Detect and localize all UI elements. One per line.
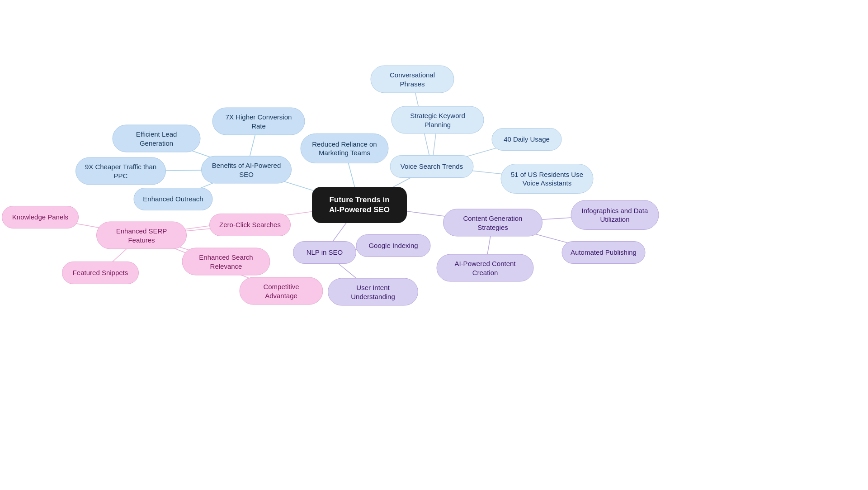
node-strategic: Strategic Keyword Planning <box>392 106 484 134</box>
node-reduced: Reduced Reliance on Marketing Teams <box>301 133 389 163</box>
node-voice: Voice Search Trends <box>390 155 474 178</box>
node-center: Future Trends in AI-Powered SEO <box>312 187 407 223</box>
node-residents: 51 of US Residents Use Voice Assistants <box>501 164 594 194</box>
node-auto_pub: Automated Publishing <box>562 241 646 264</box>
node-google: Google Indexing <box>356 234 431 257</box>
node-competitive: Competitive Advantage <box>240 277 323 305</box>
node-featured: Featured Snippets <box>62 262 139 284</box>
node-conversion: 7X Higher Conversion Rate <box>212 108 305 135</box>
node-outreach: Enhanced Outreach <box>134 188 213 210</box>
mindmap-container: Future Trends in AI-Powered SEOBenefits … <box>0 0 868 490</box>
node-search_rel: Enhanced Search Relevance <box>182 248 270 276</box>
node-daily: 40 Daily Usage <box>492 128 562 151</box>
node-traffic: 9X Cheaper Traffic than PPC <box>75 157 166 185</box>
node-infographics: Infographics and Data Utilization <box>571 200 659 230</box>
node-content_gen: Content Generation Strategies <box>443 209 542 237</box>
node-ai_content: AI-Powered Content Creation <box>437 254 534 282</box>
node-benefits: Benefits of AI-Powered SEO <box>201 156 292 184</box>
node-zero: Zero-Click Searches <box>209 214 291 236</box>
node-user_intent: User Intent Understanding <box>328 278 418 306</box>
node-knowledge: Knowledge Panels <box>2 206 79 228</box>
node-serp: Enhanced SERP Features <box>96 222 187 249</box>
node-nlp: NLP in SEO <box>293 241 356 264</box>
node-lead: Efficient Lead Generation <box>113 125 201 152</box>
node-conversational: Conversational Phrases <box>371 66 454 93</box>
